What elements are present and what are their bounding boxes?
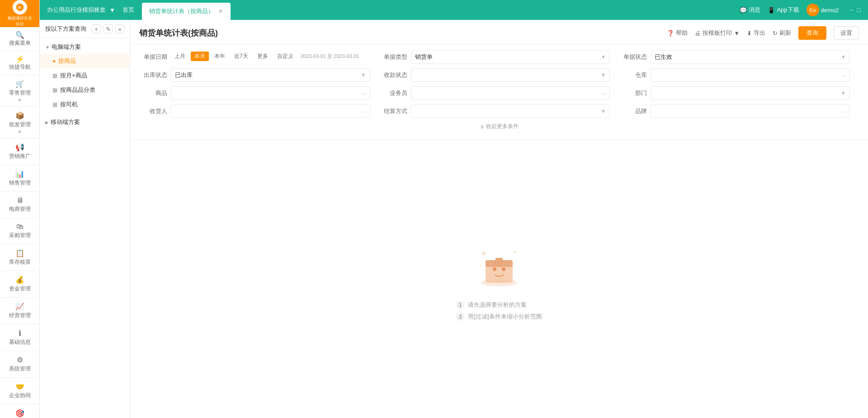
- svg-text:✦: ✦: [479, 264, 482, 268]
- sidebar-item-finance[interactable]: 💰 资金管理: [0, 271, 40, 298]
- window-maximize-button[interactable]: □: [857, 6, 861, 14]
- query-button[interactable]: 查询: [798, 26, 826, 40]
- dept-chevron-icon: ▼: [840, 90, 846, 96]
- goods-dots-icon[interactable]: ···: [361, 90, 366, 97]
- doc-type-select[interactable]: 销货单 ▼: [411, 50, 610, 64]
- settle-select[interactable]: ▼: [411, 104, 610, 118]
- goods-control: ···: [171, 86, 379, 100]
- sidebar-item-retail[interactable]: 🛒 零售管理 ▲: [0, 75, 40, 107]
- recv-person-field[interactable]: ···: [171, 104, 370, 118]
- sidebar-item-inventory[interactable]: 📋 库存核算: [0, 244, 40, 271]
- filter-col-warehouse: 仓库 ···: [619, 68, 859, 82]
- template-print-button[interactable]: 🖨 按模板打印 ▼: [695, 29, 740, 37]
- tab-home[interactable]: 首页: [115, 0, 142, 20]
- tree-child-by-driver[interactable]: ▦ 按司机: [40, 97, 130, 112]
- tree-child-label-3: 按商品品分类: [60, 86, 95, 94]
- help-button[interactable]: ❓ 帮助: [667, 29, 688, 37]
- window-minimize-button[interactable]: −: [849, 6, 853, 14]
- tree-child-label-2: 按月+商品: [60, 71, 87, 80]
- out-status-select[interactable]: 已出库 ▼: [171, 68, 370, 82]
- tree-mobile-parent[interactable]: ▶ 移动端方案: [40, 115, 130, 129]
- sidebar-item-search[interactable]: 🔍 搜索菜单: [0, 27, 40, 51]
- dept-select[interactable]: ▼: [651, 86, 850, 100]
- tree-child-by-month-goods[interactable]: ▦ 按月+商品: [40, 68, 130, 83]
- dept-control: ▼: [651, 86, 859, 100]
- date-tab-custom[interactable]: 自定义: [274, 52, 297, 61]
- header-right: 💬 消息 📱 App下载 Ea demo2 − □: [740, 4, 861, 16]
- edit-scheme-button[interactable]: ✎: [104, 24, 113, 33]
- filter-col-settle: 结算方式 ▼: [379, 104, 619, 118]
- sidebar-item-ecommerce[interactable]: 🖥 电商管理: [0, 192, 40, 218]
- brand-dots-icon[interactable]: ···: [841, 108, 846, 115]
- settle-control: ▼: [411, 104, 619, 118]
- dept-label: 部门: [619, 89, 651, 97]
- sidebar-item-sales[interactable]: 📊 销售管理: [0, 165, 40, 192]
- tree-child-by-goods[interactable]: ● 按商品: [40, 54, 130, 68]
- sales-dots-icon[interactable]: ···: [601, 90, 606, 97]
- export-button[interactable]: ⬇ 导出: [747, 29, 765, 37]
- empty-tip-2: 2 用[过滤]条件来缩小分析范围: [456, 313, 542, 321]
- left-panel-actions: + ✎ «: [92, 24, 124, 33]
- date-tab-more[interactable]: 更多: [254, 52, 272, 61]
- tree-mobile-expand-icon: ▶: [45, 120, 49, 125]
- date-tab-7days[interactable]: 近7天: [231, 52, 252, 61]
- doc-type-chevron-icon: ▼: [600, 54, 606, 60]
- goods-label: 商品: [139, 89, 171, 97]
- tab-sales-stats[interactable]: 销货单统计表（按商品） ✕: [142, 3, 231, 20]
- settings-button[interactable]: 设置: [834, 26, 859, 40]
- out-status-control: 已出库 ▼: [171, 68, 379, 82]
- doc-type-control: 销货单 ▼: [411, 50, 619, 64]
- sidebar: 畅 畅捷通好生意 标版 🔍 搜索菜单 ⚡ 快捷导航 🛒 零售管理 ▲ 📦 批发管…: [0, 0, 40, 418]
- date-tab-last-month[interactable]: 上月: [171, 52, 189, 61]
- user-menu[interactable]: Ea demo2: [807, 4, 839, 16]
- date-tab-this-month[interactable]: 本月: [191, 52, 209, 61]
- page-title-bar: 销货单统计表(按商品) ❓ 帮助 🖨 按模板打印 ▼ ⬇ 导出: [130, 20, 868, 45]
- tree-pc-parent[interactable]: ▼ 电脑端方案: [40, 40, 130, 54]
- tree-child-icon-2: ▦: [52, 72, 57, 79]
- message-button[interactable]: 💬 消息: [740, 6, 760, 14]
- tree-child-icon-4: ▦: [52, 101, 57, 108]
- filter-col-recv-status: 收款状态 ▼: [379, 68, 619, 82]
- sales-field[interactable]: ···: [411, 86, 610, 100]
- warehouse-dots-icon[interactable]: ···: [841, 72, 846, 79]
- app-download-button[interactable]: 📱 App下载: [768, 6, 799, 14]
- left-panel-title: 按以下方案查询: [45, 25, 86, 33]
- empty-tip-1: 1 请先选择要分析的方案: [456, 301, 542, 309]
- sidebar-item-wholesale[interactable]: 📦 批发管理 ▲: [0, 107, 40, 138]
- brand-field[interactable]: ···: [651, 104, 850, 118]
- right-panel: 销货单统计表(按商品) ❓ 帮助 🖨 按模板打印 ▼ ⬇ 导出: [130, 20, 868, 418]
- recv-person-dots-icon[interactable]: ···: [361, 108, 366, 115]
- sidebar-item-operations[interactable]: 📈 经营管理: [0, 298, 40, 324]
- sidebar-item-system[interactable]: ⚙ 系统管理: [0, 351, 40, 378]
- warehouse-field[interactable]: ···: [651, 68, 850, 82]
- tip-text-1: 请先选择要分析的方案: [468, 301, 527, 309]
- sidebar-item-enterprise[interactable]: 🤝 企业协同: [0, 378, 40, 404]
- goods-field[interactable]: ···: [171, 86, 370, 100]
- add-scheme-button[interactable]: +: [92, 24, 101, 33]
- sidebar-item-basic-info[interactable]: ℹ 基础信息: [0, 324, 40, 351]
- avatar: Ea: [807, 4, 819, 16]
- date-tab-this-year[interactable]: 本年: [211, 52, 229, 61]
- window-controls: − □: [849, 6, 861, 14]
- sidebar-item-purchase[interactable]: 🛍 采购管理: [0, 218, 40, 244]
- doc-status-select[interactable]: 已生效 ▼: [651, 50, 850, 64]
- tip-text-2: 用[过滤]条件来缩小分析范围: [468, 313, 542, 321]
- sidebar-logo: 畅 畅捷通好生意 标版: [0, 0, 40, 27]
- date-control: 上月 本月 本年 近7天 更多 自定义 2023-03-01 至 2023-03…: [171, 52, 379, 63]
- sidebar-item-quick-nav[interactable]: ⚡ 快捷导航: [0, 51, 40, 75]
- sidebar-item-newbie[interactable]: 🎯 新手引导: [0, 404, 40, 418]
- breadcrumb-dropdown-icon[interactable]: ▼: [109, 7, 115, 14]
- brand-control: ···: [651, 104, 859, 118]
- date-label: 单据日期: [139, 53, 171, 61]
- tree-child-by-category[interactable]: ▦ 按商品品分类: [40, 83, 130, 97]
- tab-close-icon[interactable]: ✕: [218, 8, 223, 14]
- tab-bar: 首页 销货单统计表（按商品） ✕: [115, 0, 740, 20]
- sidebar-item-marketing[interactable]: 📢 营销推广: [0, 138, 40, 165]
- filter-col-goods: 商品 ···: [139, 86, 379, 100]
- refresh-button[interactable]: ↻ 刷新: [773, 29, 791, 37]
- collapse-panel-button[interactable]: «: [115, 24, 124, 33]
- filter-area: 单据日期 上月 本月 本年 近7天 更多 自定义 2023-03-01 至 20…: [130, 45, 868, 140]
- recv-status-select[interactable]: ▼: [411, 68, 610, 82]
- tree-pc-label: 电脑端方案: [52, 43, 81, 51]
- collapse-filter-button[interactable]: ∧ 收起更多条件: [139, 123, 859, 130]
